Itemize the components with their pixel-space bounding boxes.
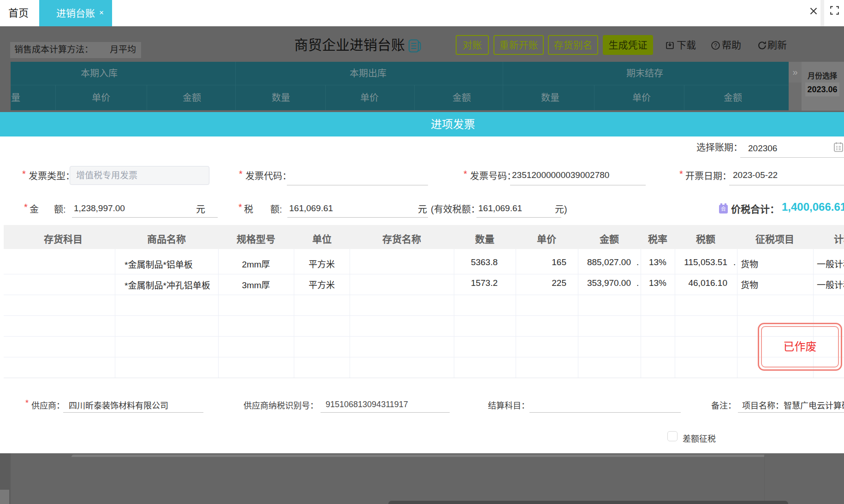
svg-text:?: ? — [714, 42, 717, 49]
